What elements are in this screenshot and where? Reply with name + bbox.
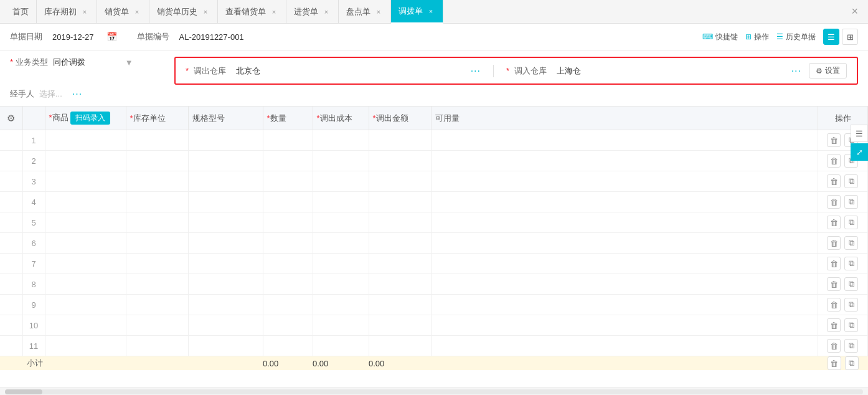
row-3-unit[interactable] <box>126 171 188 192</box>
tab-sales-history[interactable]: 销货单历史 × <box>149 0 218 24</box>
row-1-spec[interactable] <box>188 130 263 151</box>
row-3-product[interactable] <box>45 171 126 192</box>
row-5-delete-button[interactable]: 🗑 <box>827 216 841 229</box>
subtotal-delete-button[interactable]: 🗑 <box>828 356 841 370</box>
row-6-amount[interactable] <box>369 233 431 254</box>
row-6-delete-button[interactable]: 🗑 <box>827 236 841 250</box>
row-9-spec[interactable] <box>188 295 263 315</box>
row-2-product[interactable] <box>45 151 126 171</box>
row-3-cost[interactable] <box>313 171 369 192</box>
row-2-delete-button[interactable]: 🗑 <box>827 154 841 168</box>
row-5-unit[interactable] <box>126 212 188 233</box>
row-6-unit[interactable] <box>126 233 188 254</box>
row-10-spec[interactable] <box>188 315 263 336</box>
tab-close-view-sales[interactable]: × <box>270 7 278 16</box>
row-11-copy-button[interactable]: ⧉ <box>844 339 858 353</box>
row-6-cost[interactable] <box>313 233 369 254</box>
close-all-tabs-button[interactable]: × <box>846 5 863 18</box>
row-8-copy-button[interactable]: ⧉ <box>844 277 858 291</box>
row-10-unit[interactable] <box>126 315 188 336</box>
row-1-amount[interactable] <box>369 130 431 151</box>
row-1-unit[interactable] <box>126 130 188 151</box>
business-type-dropdown[interactable]: 同价调拨 ▼ <box>53 57 133 68</box>
row-3-qty[interactable] <box>263 171 313 192</box>
row-3-spec[interactable] <box>188 171 263 192</box>
row-9-delete-button[interactable]: 🗑 <box>827 298 841 312</box>
row-11-delete-button[interactable]: 🗑 <box>827 339 841 353</box>
row-5-product[interactable] <box>45 212 126 233</box>
row-11-unit[interactable] <box>126 336 188 356</box>
row-4-qty[interactable] <box>263 192 313 212</box>
grid-view-button[interactable]: ⊞ <box>842 29 858 45</box>
person-select[interactable]: 选择... <box>39 88 62 100</box>
row-7-delete-button[interactable]: 🗑 <box>827 257 841 270</box>
row-9-product[interactable] <box>45 295 126 315</box>
row-9-qty[interactable] <box>263 295 313 315</box>
row-1-product[interactable] <box>45 130 126 151</box>
row-4-spec[interactable] <box>188 192 263 212</box>
row-4-copy-button[interactable]: ⧉ <box>844 195 858 209</box>
row-7-amount[interactable] <box>369 254 431 274</box>
row-8-amount[interactable] <box>369 274 431 295</box>
tab-close-transfer-order[interactable]: × <box>427 7 435 16</box>
row-4-unit[interactable] <box>126 192 188 212</box>
row-9-cost[interactable] <box>313 295 369 315</box>
row-8-qty[interactable] <box>263 274 313 295</box>
row-7-product[interactable] <box>45 254 126 274</box>
in-warehouse-more-button[interactable]: ··· <box>791 65 801 77</box>
list-view-button[interactable]: ☰ <box>823 29 839 45</box>
row-11-product[interactable] <box>45 336 126 356</box>
tab-close-purchase-order[interactable]: × <box>322 7 331 16</box>
row-10-amount[interactable] <box>369 315 431 336</box>
row-4-delete-button[interactable]: 🗑 <box>827 195 841 209</box>
row-8-product[interactable] <box>45 274 126 295</box>
row-6-product[interactable] <box>45 233 126 254</box>
history-button[interactable]: ☰ 历史单据 <box>776 32 816 42</box>
row-9-copy-button[interactable]: ⧉ <box>844 298 858 312</box>
row-5-qty[interactable] <box>263 212 313 233</box>
person-more-button[interactable]: ··· <box>72 88 82 100</box>
row-11-amount[interactable] <box>369 336 431 356</box>
row-10-delete-button[interactable]: 🗑 <box>827 318 841 332</box>
row-10-qty[interactable] <box>263 315 313 336</box>
row-11-spec[interactable] <box>188 336 263 356</box>
row-7-copy-button[interactable]: ⧉ <box>844 257 858 270</box>
row-3-copy-button[interactable]: ⧉ <box>844 174 858 188</box>
row-5-copy-button[interactable]: ⧉ <box>844 216 858 229</box>
row-7-spec[interactable] <box>188 254 263 274</box>
horizontal-scrollbar[interactable] <box>0 388 868 395</box>
row-2-spec[interactable] <box>188 151 263 171</box>
tab-view-sales[interactable]: 查看销货单 × <box>218 0 286 24</box>
row-11-cost[interactable] <box>313 336 369 356</box>
row-9-amount[interactable] <box>369 295 431 315</box>
subtotal-copy-button[interactable]: ⧉ <box>845 356 859 370</box>
row-4-product[interactable] <box>45 192 126 212</box>
row-6-qty[interactable] <box>263 233 313 254</box>
row-5-amount[interactable] <box>369 212 431 233</box>
tab-close-inventory-check[interactable]: × <box>374 7 383 16</box>
shortcuts-button[interactable]: ⌨ 快捷键 <box>702 32 738 42</box>
tab-sales-order[interactable]: 销货单 × <box>97 0 149 24</box>
row-1-qty[interactable] <box>263 130 313 151</box>
row-10-cost[interactable] <box>313 315 369 336</box>
tab-inventory-check[interactable]: 盘点单 × <box>339 0 391 24</box>
row-10-product[interactable] <box>45 315 126 336</box>
row-2-qty[interactable] <box>263 151 313 171</box>
row-1-delete-button[interactable]: 🗑 <box>827 133 841 147</box>
row-6-copy-button[interactable]: ⧉ <box>844 236 858 250</box>
tab-transfer-order[interactable]: 调拨单 × <box>391 0 443 24</box>
row-2-unit[interactable] <box>126 151 188 171</box>
row-7-cost[interactable] <box>313 254 369 274</box>
row-3-delete-button[interactable]: 🗑 <box>827 174 841 188</box>
calendar-icon[interactable]: 📅 <box>106 32 117 42</box>
row-2-cost[interactable] <box>313 151 369 171</box>
row-8-delete-button[interactable]: 🗑 <box>827 277 841 291</box>
row-1-cost[interactable] <box>313 130 369 151</box>
row-11-qty[interactable] <box>263 336 313 356</box>
column-settings-button[interactable]: ⚙ <box>7 113 15 124</box>
warehouse-setting-button[interactable]: ⚙ 设置 <box>809 63 847 79</box>
row-7-qty[interactable] <box>263 254 313 274</box>
row-10-copy-button[interactable]: ⧉ <box>844 318 858 332</box>
tab-inventory-init[interactable]: 库存期初 × <box>37 0 97 24</box>
tab-close-sales-history[interactable]: × <box>201 7 210 16</box>
